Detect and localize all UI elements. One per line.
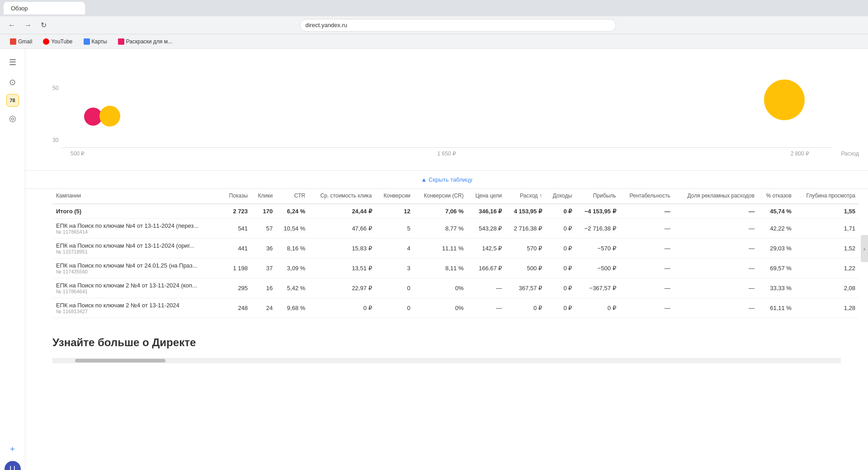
col-header-expense[interactable]: Расход ↑	[505, 189, 546, 204]
table-row[interactable]: ЕПК на Поиск по ключам №4 от 13-11-2024 …	[52, 238, 859, 258]
hide-table-label: Скрыть таблицу	[429, 176, 472, 183]
table-row-total: Итого (5) 2 723 170 6,24 % 24,44 ₽ 12 7,…	[52, 204, 859, 219]
col-header-reject[interactable]: % отказов	[758, 189, 795, 204]
chart-baseline	[61, 147, 832, 148]
rask-icon	[118, 38, 124, 45]
col-header-shows[interactable]: Показы	[222, 189, 251, 204]
chart-y-label-bottom: 30	[52, 137, 58, 143]
chart-bubble-yellow-small	[99, 106, 120, 127]
campaign-name-cell: ЕПК на Поиск по ключам 2 №4 от 13-11-202…	[52, 278, 222, 298]
sidebar-settings-icon[interactable]: ◎	[5, 110, 21, 127]
total-goal-price: 346,16 ₽	[467, 204, 506, 219]
bookmark-youtube[interactable]: YouTube	[40, 38, 75, 46]
total-shows: 2 723	[222, 204, 251, 219]
bookmark-youtube-label: YouTube	[51, 38, 72, 45]
campaign-name-cell: ЕПК на Поиск по ключам №4 от 13-11-2024 …	[52, 238, 222, 258]
bookmark-maps[interactable]: Карты	[81, 38, 110, 46]
chart-y-label-top: 50	[52, 85, 58, 91]
hide-table-button[interactable]: ▲ Скрыть таблицу	[421, 176, 472, 183]
sidebar-user-icon[interactable]: U	[5, 461, 21, 470]
sidebar-menu-icon[interactable]: ☰	[5, 54, 21, 70]
col-header-campaigns[interactable]: Кампании	[52, 189, 222, 204]
total-profitability: —	[620, 204, 674, 219]
total-profit: −4 153,95 ₽	[576, 204, 619, 219]
hide-table-chevron: ▲	[421, 176, 427, 183]
col-header-depth[interactable]: Глубина просмотра	[795, 189, 859, 204]
back-button[interactable]: ←	[5, 19, 18, 31]
col-header-income[interactable]: Доходы	[546, 189, 576, 204]
chart-x-label-2800: 2 800 ₽	[791, 150, 809, 157]
table-row[interactable]: ЕПК на Поиск по ключам №4 от 24.01.25 (н…	[52, 258, 859, 278]
campaign-name-cell: ЕПК на Поиск по ключам №4 от 24.01.25 (н…	[52, 258, 222, 278]
total-avg-cost: 24,44 ₽	[309, 204, 375, 219]
total-income: 0 ₽	[546, 204, 576, 219]
bookmarks-bar: Gmail YouTube Карты Раскраски для м...	[0, 34, 868, 49]
col-header-profit[interactable]: Прибыль	[576, 189, 619, 204]
col-header-profitability[interactable]: Рентабельность	[620, 189, 674, 204]
left-sidebar: ☰ ⊙ 78 ◎ + U	[0, 49, 25, 470]
col-header-ad-share[interactable]: Доля рекламных расходов	[674, 189, 758, 204]
campaign-name-cell: ЕПК на Поиск по ключам 2 №4 от 13-11-202…	[52, 298, 222, 318]
footer-title: Узнайте больше о Директе	[52, 336, 841, 349]
browser-tab[interactable]: Обзор	[4, 2, 85, 14]
table-row[interactable]: ЕПК на Поиск по ключам №4 от 13-11-2024 …	[52, 218, 859, 238]
total-ctr: 6,24 %	[276, 204, 309, 219]
campaign-name-cell: ЕПК на Поиск по ключам №4 от 13-11-2024 …	[52, 218, 222, 238]
bookmark-gmail-label: Gmail	[18, 38, 32, 45]
total-campaigns: Итого (5)	[52, 204, 222, 219]
bottom-scrollbar[interactable]	[52, 358, 841, 363]
sidebar-add-icon[interactable]: +	[5, 441, 21, 457]
forward-button[interactable]: →	[22, 19, 34, 31]
total-depth: 1,55	[795, 204, 859, 219]
hide-table-row: ▲ Скрыть таблицу	[25, 171, 868, 189]
bookmark-maps-label: Карты	[92, 38, 107, 45]
data-table-wrapper: Кампании Показы Клики CTR Ср. стоимость	[25, 189, 868, 327]
total-conversions: 12	[376, 204, 414, 219]
table-row[interactable]: ЕПК на Поиск по ключам 2 №4 от 13-11-202…	[52, 298, 859, 318]
reload-button[interactable]: ↻	[38, 19, 49, 31]
col-header-goal-price[interactable]: Цена цели	[467, 189, 506, 204]
chart-area: 50 30 500 ₽ 1 650 ₽ 2 800 ₽ Расход	[25, 49, 868, 171]
gmail-icon	[10, 38, 16, 45]
footer-section: Узнайте больше о Директе	[25, 327, 868, 358]
campaigns-table: Кампании Показы Клики CTR Ср. стоимость	[52, 189, 859, 318]
bookmark-rask[interactable]: Раскраски для м...	[115, 38, 175, 46]
total-ad-share: —	[674, 204, 758, 219]
main-content: 50 30 500 ₽ 1 650 ₽ 2 800 ₽ Расход ▲ Скр…	[25, 49, 868, 470]
bookmark-gmail[interactable]: Gmail	[7, 38, 35, 46]
total-expense: 4 153,95 ₽	[505, 204, 546, 219]
table-row[interactable]: ЕПК на Поиск по ключам 2 №4 от 13-11-202…	[52, 278, 859, 298]
nav-bar: ← → ↻ direct.yandex.ru	[0, 16, 868, 34]
chart-x-label-expense: Расход	[841, 150, 859, 157]
total-conv-rate: 7,06 %	[414, 204, 467, 219]
col-header-avg-cost[interactable]: Ср. стоимость клика	[309, 189, 375, 204]
youtube-icon	[43, 38, 49, 45]
sidebar-badge-78[interactable]: 78	[6, 94, 19, 107]
right-collapse-handle[interactable]: ›	[861, 235, 868, 262]
scrollbar-thumb[interactable]	[75, 359, 165, 362]
col-header-ctr[interactable]: CTR	[276, 189, 309, 204]
total-clicks: 170	[251, 204, 276, 219]
col-header-conv-rate[interactable]: Конверсии (CR)	[414, 189, 467, 204]
address-bar[interactable]: direct.yandex.ru	[300, 19, 616, 32]
chart-x-label-500: 500 ₽	[71, 150, 85, 157]
maps-icon	[84, 38, 90, 45]
tab-title: Обзор	[11, 5, 28, 12]
bookmark-rask-label: Раскраски для м...	[126, 38, 172, 45]
chart-bubble-yellow-large	[764, 80, 805, 120]
col-header-clicks[interactable]: Клики	[251, 189, 276, 204]
total-reject: 45,74 %	[758, 204, 795, 219]
sidebar-home-icon[interactable]: ⊙	[5, 74, 21, 90]
col-header-conversions[interactable]: Конверсии	[376, 189, 414, 204]
chart-x-label-1650: 1 650 ₽	[437, 150, 456, 157]
